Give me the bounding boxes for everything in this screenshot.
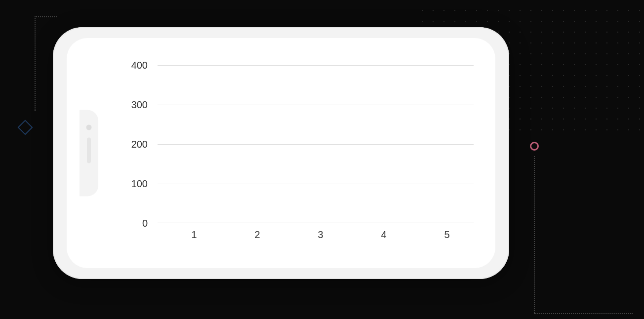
dotted-connector-top bbox=[35, 16, 57, 17]
y-axis: 400 300 200 100 0 bbox=[119, 65, 148, 223]
dotted-connector-right bbox=[534, 156, 535, 313]
y-tick-label: 0 bbox=[119, 218, 148, 229]
y-tick-label: 100 bbox=[119, 178, 148, 190]
plot-area bbox=[158, 65, 474, 223]
x-axis: 12345 bbox=[158, 229, 474, 244]
speaker-icon bbox=[87, 138, 91, 163]
dotted-connector-left bbox=[35, 16, 36, 111]
phone-device-frame: 400 300 200 100 0 12345 bbox=[53, 27, 509, 279]
bar-chart: 400 300 200 100 0 12345 bbox=[119, 65, 484, 263]
camera-icon bbox=[86, 125, 92, 130]
x-tick-label: 5 bbox=[444, 229, 449, 240]
x-tick-label: 3 bbox=[318, 229, 323, 240]
dotted-connector-bottom bbox=[534, 313, 633, 314]
diamond-icon bbox=[17, 120, 33, 135]
x-tick-label: 1 bbox=[191, 229, 197, 240]
y-tick-label: 400 bbox=[119, 60, 148, 71]
y-tick-label: 300 bbox=[119, 99, 148, 111]
phone-screen: 400 300 200 100 0 12345 bbox=[67, 38, 495, 268]
bar-groups bbox=[158, 65, 474, 223]
ring-icon bbox=[530, 142, 539, 151]
phone-notch bbox=[80, 110, 98, 197]
x-tick-label: 4 bbox=[381, 229, 386, 240]
y-tick-label: 200 bbox=[119, 139, 148, 150]
x-tick-label: 2 bbox=[254, 229, 260, 240]
